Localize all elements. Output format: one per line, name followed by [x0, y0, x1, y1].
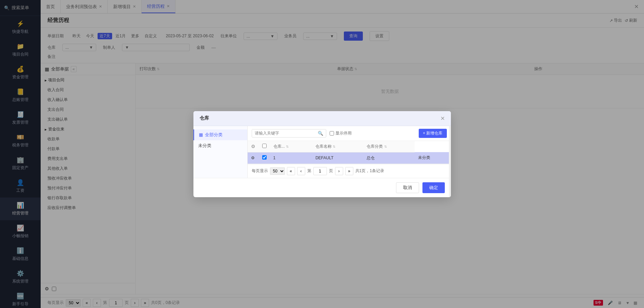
- select-all-checkbox[interactable]: [262, 144, 267, 148]
- modal-total-label: 共1页，1条记录: [355, 168, 384, 174]
- modal-first-btn[interactable]: «: [287, 167, 295, 175]
- row-gear-icon[interactable]: ⚙: [251, 156, 255, 160]
- col-warehouse-name: 仓库名称 ⇅: [312, 141, 363, 152]
- modal-page-input[interactable]: [313, 167, 327, 175]
- modal-table: ⚙ 仓库... ⇅ 仓库名称 ⇅: [248, 141, 451, 164]
- sort-name[interactable]: ⇅: [333, 145, 335, 148]
- modal-header: 仓库 ✕: [193, 111, 451, 126]
- modal-toolbar: 🔍 显示停用 + 新增仓库: [248, 126, 451, 141]
- col-warehouse-category: 仓库分类 ⇅: [363, 141, 414, 152]
- modal-close-btn[interactable]: ✕: [440, 115, 445, 122]
- modal-title: 仓库: [200, 115, 209, 121]
- cancel-button[interactable]: 取消: [396, 182, 419, 193]
- modal-actions: 取消 确定: [193, 178, 451, 197]
- show-disabled-checkbox[interactable]: [330, 131, 334, 136]
- table-row[interactable]: ⚙ 1 DEFAULT 总仓 未分类: [248, 152, 451, 164]
- row-category-cell: 未分类: [415, 152, 451, 164]
- confirm-button[interactable]: 确定: [422, 182, 445, 193]
- modal-page-prefix: 第: [307, 168, 311, 174]
- modal-category-uncategorized[interactable]: 未分类: [193, 140, 247, 151]
- show-disabled-label: 显示停用: [335, 130, 352, 136]
- modal-pagination: 每页显示 50 « ‹ 第 页 › » 共1页，1条记录: [248, 164, 451, 178]
- modal-right-panel: 🔍 显示停用 + 新增仓库 ⚙: [248, 126, 451, 178]
- row-index-cell: 1: [270, 152, 312, 164]
- modal-next-btn[interactable]: ›: [335, 167, 343, 175]
- modal-last-btn[interactable]: »: [345, 167, 353, 175]
- col-checkbox: [259, 141, 270, 152]
- row-name-cell: 总仓: [363, 152, 414, 164]
- row-code-cell: DEFAULT: [312, 152, 363, 164]
- modal-search-box: 🔍: [252, 129, 326, 138]
- row-gear-cell: ⚙: [248, 152, 259, 164]
- modal-per-page-label: 每页显示: [252, 168, 268, 174]
- sort-category[interactable]: ⇅: [384, 145, 387, 148]
- modal-prev-btn[interactable]: ‹: [297, 167, 305, 175]
- row-checkbox-cell: [259, 152, 270, 164]
- all-category-icon: ▦: [199, 132, 203, 137]
- modal-body: ▦ 全部分类 未分类 🔍 显示停用 + 新增仓库: [193, 126, 451, 178]
- warehouse-modal: 仓库 ✕ ▦ 全部分类 未分类 🔍: [193, 111, 451, 197]
- modal-page-label: 页: [329, 168, 333, 174]
- add-warehouse-btn[interactable]: + 新增仓库: [419, 129, 446, 138]
- col-warehouse-code: 仓库... ⇅: [270, 141, 312, 152]
- col-gear: ⚙: [248, 141, 259, 152]
- row-checkbox[interactable]: [262, 155, 267, 160]
- show-disabled-option: 显示停用: [330, 130, 352, 136]
- modal-search-input[interactable]: [252, 129, 315, 137]
- modal-per-page-select[interactable]: 50: [270, 167, 285, 175]
- modal-category-all[interactable]: ▦ 全部分类: [193, 129, 247, 140]
- table-gear-icon[interactable]: ⚙: [251, 144, 255, 149]
- modal-search-icon[interactable]: 🔍: [315, 129, 326, 137]
- sort-code[interactable]: ⇅: [286, 145, 289, 148]
- modal-left-panel: ▦ 全部分类 未分类: [193, 126, 248, 178]
